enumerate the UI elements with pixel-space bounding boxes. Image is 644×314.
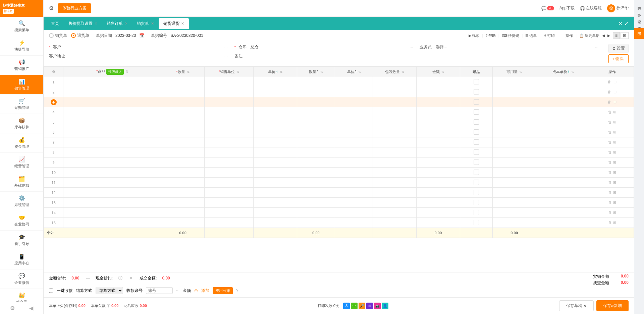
scan-btn[interactable]: 扫码录入 bbox=[106, 69, 124, 75]
row-1-product[interactable] bbox=[63, 77, 161, 87]
save-draft-btn[interactable]: 保存草稿 ∨ bbox=[559, 300, 594, 311]
history-btn[interactable]: 📋 历史单据 bbox=[579, 33, 599, 38]
row-10-copy-icon[interactable]: ⊞ bbox=[613, 170, 616, 174]
row-2-product[interactable] bbox=[63, 87, 161, 97]
row-6-gift-cb[interactable] bbox=[474, 129, 479, 135]
table-container[interactable]: ⚙ *商品 扫码录入 ⇅ *数量 ⇅ bbox=[44, 66, 634, 272]
sidebar-item-finance[interactable]: 💰 资金管理 bbox=[0, 133, 43, 153]
row-3-delete-icon[interactable]: 🗑 bbox=[607, 100, 611, 104]
row-3-unit[interactable] bbox=[205, 97, 254, 107]
next-record-btn[interactable]: ▶ bbox=[607, 34, 610, 38]
logistics-btn[interactable]: + 物流 bbox=[608, 54, 629, 63]
row-3-pack[interactable] bbox=[373, 97, 417, 107]
row-10-gift-cb[interactable] bbox=[474, 170, 479, 175]
cost-sort-icon[interactable]: ⇅ bbox=[571, 70, 574, 74]
remark-input[interactable] bbox=[245, 53, 413, 59]
sidebar-collapse-btn[interactable]: ◀ bbox=[29, 305, 33, 311]
row-1-delete-icon[interactable]: 🗑 bbox=[607, 80, 611, 84]
row-3-gift[interactable] bbox=[460, 97, 492, 107]
single-arrears-info-icon[interactable]: ⓘ bbox=[107, 304, 110, 308]
save-new-btn[interactable]: 保存&新增 bbox=[596, 300, 629, 311]
staff-dots-btn[interactable]: ··· bbox=[595, 45, 598, 49]
address-input[interactable] bbox=[70, 53, 224, 59]
row-3-cost[interactable] bbox=[536, 97, 590, 107]
sidebar-item-apps[interactable]: 📱 应用中心 bbox=[0, 250, 43, 269]
row-3-price[interactable] bbox=[254, 97, 297, 107]
payment-method-select[interactable]: 结算方式 bbox=[96, 287, 123, 294]
sidebar-item-search[interactable]: 🔍 搜索菜单 bbox=[0, 17, 43, 36]
row-1-price[interactable] bbox=[254, 77, 297, 87]
tab-close-price-settings[interactable]: × bbox=[95, 21, 97, 26]
warehouse-dots-btn[interactable]: ··· bbox=[410, 45, 413, 49]
row-3-gift-cb[interactable] bbox=[474, 99, 479, 105]
row-3-copy-icon[interactable]: ⊞ bbox=[613, 100, 616, 104]
row-2-delete-icon[interactable]: 🗑 bbox=[607, 90, 611, 94]
price-sort-icon[interactable]: ⇅ bbox=[280, 70, 282, 74]
sidebar-item-wechat[interactable]: 💬 企业微信 bbox=[0, 269, 43, 289]
row-2-pack[interactable] bbox=[373, 87, 417, 97]
row-3-avail[interactable] bbox=[492, 97, 536, 107]
row-4-gift-cb[interactable] bbox=[474, 109, 479, 115]
account-dots-btn[interactable]: ··· bbox=[176, 288, 179, 293]
right-panel-todo-btn[interactable]: 待办 bbox=[636, 8, 643, 13]
view-grid-btn[interactable]: ⊞ bbox=[621, 32, 629, 39]
view-form-btn[interactable]: ≡ bbox=[613, 32, 620, 39]
sidebar-item-sales[interactable]: 📊 销售管理 bbox=[0, 75, 43, 95]
row-15-gift-cb[interactable] bbox=[474, 220, 479, 225]
right-panel-comment-btn[interactable]: 评论 bbox=[636, 15, 643, 20]
warehouse-input[interactable] bbox=[249, 44, 410, 50]
user-avatar[interactable]: 徐 徐泽华 bbox=[607, 4, 629, 12]
pack-sort-icon[interactable]: ⇅ bbox=[401, 70, 404, 74]
sidebar-settings-btn[interactable]: ⚙ bbox=[10, 305, 15, 311]
row-1-qty[interactable] bbox=[161, 77, 205, 87]
tab-sales-order[interactable]: 销售订单 × bbox=[102, 18, 132, 29]
row-8-delete-icon[interactable]: 🗑 bbox=[608, 150, 612, 154]
column-settings-icon[interactable]: ⚙ bbox=[52, 70, 55, 74]
row-3-product-input[interactable] bbox=[65, 100, 159, 104]
sidebar-item-enterprise[interactable]: 🤝 企业协同 bbox=[0, 211, 43, 231]
row-1-gift-cb[interactable] bbox=[474, 79, 479, 84]
row-14-delete-icon[interactable]: 🗑 bbox=[608, 210, 612, 214]
row-13-delete-icon[interactable]: 🗑 bbox=[608, 200, 612, 204]
tab-price-settings[interactable]: 售价提取设置 × bbox=[64, 18, 102, 29]
amount-sort-icon[interactable]: ⇅ bbox=[441, 70, 444, 74]
customer-dots-btn[interactable]: ··· bbox=[224, 45, 228, 49]
avail-sort-icon[interactable]: ⇅ bbox=[519, 70, 522, 74]
row-4-delete-icon[interactable]: 🗑 bbox=[608, 110, 612, 114]
sidebar-item-marketing[interactable]: 📢 营销推广 bbox=[0, 56, 43, 75]
sidebar-item-guide[interactable]: 🎓 新手引导 bbox=[0, 231, 43, 250]
print-btn[interactable]: 🖨 打印 bbox=[543, 33, 555, 38]
add-payment-btn[interactable]: ⊕ bbox=[194, 288, 198, 293]
row-1-avail[interactable] bbox=[492, 77, 536, 87]
choose-btn[interactable]: ☰ 选单 bbox=[525, 33, 537, 38]
row-1-qty2[interactable] bbox=[297, 77, 335, 87]
row-9-delete-icon[interactable]: 🗑 bbox=[608, 160, 612, 164]
account-input[interactable] bbox=[146, 287, 173, 294]
product-sort-icon[interactable]: ⇅ bbox=[125, 70, 128, 73]
app-download-btn[interactable]: App下载 bbox=[559, 5, 575, 11]
row-1-amount[interactable] bbox=[417, 77, 460, 87]
row-4-copy-icon[interactable]: ⊞ bbox=[613, 110, 616, 114]
sidebar-item-purchase[interactable]: 🛒 采购管理 bbox=[0, 95, 43, 114]
settings-gear-icon[interactable]: ⚙ bbox=[49, 5, 54, 11]
discount-info-icon[interactable]: ⓘ bbox=[118, 275, 122, 281]
row-11-copy-icon[interactable]: ⊞ bbox=[613, 180, 616, 184]
right-panel-fav-btn[interactable]: 收藏 bbox=[636, 21, 643, 27]
row-2-avail[interactable] bbox=[492, 87, 536, 97]
expense-info-icon[interactable]: ? bbox=[236, 288, 238, 293]
tab-sales-return[interactable]: 销货退货 × bbox=[159, 18, 189, 29]
tab-close-sales-order[interactable]: × bbox=[125, 21, 127, 26]
row-12-gift-cb[interactable] bbox=[474, 190, 479, 195]
setup-btn[interactable]: ⚙ 设置 bbox=[608, 44, 629, 53]
row-12-copy-icon[interactable]: ⊞ bbox=[613, 190, 616, 194]
experience-btn[interactable]: 体验行业方案 bbox=[58, 3, 91, 13]
sidebar-item-basics[interactable]: 🗂️ 基础信息 bbox=[0, 172, 43, 192]
row-12-delete-icon[interactable]: 🗑 bbox=[608, 190, 612, 194]
row-6-delete-icon[interactable]: 🗑 bbox=[608, 130, 612, 134]
row-5-copy-icon[interactable]: ⊞ bbox=[613, 120, 616, 124]
tab-home[interactable]: 首页 bbox=[46, 18, 64, 29]
message-icon-btn[interactable]: 💬 70 bbox=[541, 6, 554, 11]
row-8-copy-icon[interactable]: ⊞ bbox=[613, 150, 616, 154]
row-13-copy-icon[interactable]: ⊞ bbox=[613, 200, 616, 204]
online-service-btn[interactable]: 🎧 在线客服 bbox=[580, 5, 602, 11]
